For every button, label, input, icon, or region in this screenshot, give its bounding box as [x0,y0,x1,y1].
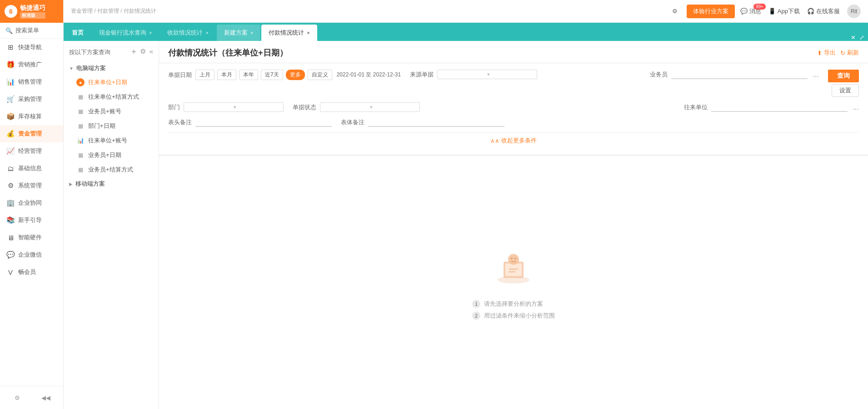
tab-bank-flow-label: 现金银行流水查询 [99,29,146,37]
expand-icon[interactable]: ⤢ [859,34,864,41]
date-btn-this-year[interactable]: 本年 [239,70,258,80]
right-content: 付款情况统计（往来单位+日期） ⬆ 导出 ↻ 刷新 单 [159,41,868,409]
svg-point-5 [514,258,516,259]
mobile-plan-title[interactable]: ▶ 移动端方案 [64,177,159,191]
header-note-input[interactable] [195,117,332,126]
gear-icon: ⚙ [672,8,678,15]
export-btn[interactable]: ⬆ 导出 [817,49,836,57]
sidebar-settings-btn[interactable]: ⚙ [5,391,30,404]
topbar-settings-btn[interactable]: ⚙ [668,5,681,18]
refresh-label: 刷新 [847,49,859,57]
date-btn-custom[interactable]: 自定义 [308,70,332,80]
logo-icon: 6 [5,5,17,18]
sidebar-item-label: 销售管理 [18,78,42,86]
svg-point-3 [508,254,519,265]
plan-label-partner-settle: 往来单位+结算方式 [88,93,139,101]
body-note-input[interactable] [368,117,504,126]
sidebar-item-wechat[interactable]: 💬 企业微信 [0,246,63,263]
date-options: 上月 本月 本年 近7天 更多 自定义 2022-01-01 至 2022-12… [195,70,401,80]
sidebar-item-quick-nav[interactable]: ⊞ 快捷导航 [0,39,63,56]
app-download-btn[interactable]: 📱 App下载 [768,7,800,15]
sidebar-item-purchase[interactable]: 🛒 采购管理 [0,91,63,108]
plan-item-employee-settle[interactable]: ▦ 业务员+结算方式 [64,162,159,177]
date-btn-this-month[interactable]: 本月 [217,70,236,80]
tab-new-plan[interactable]: 新建方案 × [217,25,260,41]
bill-status-group: 单据状态 ▾ [293,102,675,112]
date-btn-last7[interactable]: 近7天 [261,70,283,80]
tab-payment-stats-close[interactable]: × [307,30,309,35]
sidebar-item-basic[interactable]: 🗂 基础信息 [0,160,63,177]
header-note-input-wrapper [195,117,332,127]
sidebar-item-sales[interactable]: 📊 销售管理 [0,73,63,91]
plan-item-partner-settle[interactable]: ▦ 往来单位+结算方式 [64,90,159,104]
service-icon: 🎧 [807,8,814,15]
plan-item-partner-date[interactable]: ● 往来单位+日期 [64,75,159,90]
mobile-plan-group: ▶ 移动端方案 [64,177,159,191]
sidebar-item-operation[interactable]: 📈 经营管理 [0,142,63,160]
plan-label-partner-date: 往来单位+日期 [88,78,127,86]
employee-input[interactable] [671,70,808,79]
bill-status-select[interactable]: ▾ [320,102,420,112]
sidebar-item-member[interactable]: V 畅会员 [0,263,63,281]
filter-row-2: 部门 ▾ 单据状态 ▾ 往来单位 [168,102,859,112]
sidebar-item-guide[interactable]: 📚 新手引导 [0,212,63,229]
sidebar-item-marketing[interactable]: 🎁 营销推广 [0,56,63,73]
desktop-plan-title[interactable]: ▼ 电脑端方案 [64,61,159,75]
user-avatar[interactable]: Rit [847,5,861,18]
query-btn[interactable]: 查询 [828,70,859,82]
close-all-icon[interactable]: ✕ [851,34,856,41]
header-note-label: 表头备注 [168,118,192,126]
set-btn[interactable]: 设置 [832,84,859,97]
sidebar-item-inventory[interactable]: 📦 库存核算 [0,108,63,125]
sidebar-collapse-btn[interactable]: ◀◀ [34,391,59,404]
tab-bank-flow-close[interactable]: × [149,30,152,35]
tab-collection-close[interactable]: × [205,30,208,35]
sidebar-item-label: 智能硬件 [18,233,42,242]
plan-item-dept-date[interactable]: ▦ 部门+日期 [64,119,159,133]
tab-bank-flow[interactable]: 现金银行流水查询 × [92,25,159,41]
add-plan-btn[interactable]: + [131,47,136,57]
search-menu[interactable]: 🔍 搜索菜单 [0,23,63,39]
source-select[interactable]: ▾ [437,70,537,79]
tab-collection-label: 收款情况统计 [167,29,203,37]
tab-payment-stats[interactable]: 付款情况统计 × [261,25,317,41]
partner-input[interactable] [711,102,848,111]
sidebar-item-enterprise[interactable]: 🏢 企业协同 [0,194,63,212]
empty-svg [491,246,536,291]
collapse-up-icon: ∧∧ [490,137,499,144]
panel-collapse-btn[interactable]: « [150,47,153,57]
employee-dots[interactable]: ... [813,71,819,79]
plan-icon-partner-date: ● [76,78,85,86]
sidebar-item-system[interactable]: ⚙ 系统管理 [0,177,63,194]
sidebar-item-hardware[interactable]: 🖥 智能硬件 [0,229,63,246]
dept-select[interactable]: ▾ [184,102,284,112]
tab-collection[interactable]: 收款情况统计 × [160,25,215,41]
online-service-btn[interactable]: 🎧 在线客服 [807,7,840,15]
message-badge: 99+ [753,4,766,10]
sidebar-item-label: 畅会员 [18,268,36,276]
tab-home[interactable]: 首页 [65,25,91,41]
tab-new-plan-close[interactable]: × [250,30,253,35]
plan-icon-partner-settle: ▦ [76,93,85,101]
date-btn-last-month[interactable]: 上月 [195,70,215,80]
sidebar-item-label: 新手引导 [18,216,42,224]
plan-item-employee-account[interactable]: ▦ 业务员+账号 [64,104,159,119]
plan-item-partner-account[interactable]: 📊 往来单位+账号 [64,133,159,148]
tab-payment-stats-label: 付款情况统计 [269,29,304,37]
plan-item-employee-date[interactable]: ▦ 业务员+日期 [64,148,159,162]
date-btn-more[interactable]: 更多 [286,70,305,80]
plan-settings-btn[interactable]: ⚙ [140,47,146,57]
sidebar-item-finance[interactable]: 💰 资金管理 [0,125,63,142]
source-select-arrow: ▾ [487,71,533,77]
trial-btn[interactable]: 体验行业方案 [687,5,735,18]
message-btn[interactable]: 💬 消息 99+ [740,7,761,15]
tip-num-1: 1 [472,300,480,308]
bill-status-label: 单据状态 [293,103,316,111]
collapse-more-btn[interactable]: ∧∧ 收起更多条件 [487,133,540,148]
partner-dots[interactable]: ... [853,103,859,111]
page-header: 付款情况统计（往来单位+日期） ⬆ 导出 ↻ 刷新 [159,41,868,63]
plan-icon-dept-date: ▦ [76,122,85,130]
refresh-icon: ↻ [840,50,845,56]
sidebar-bottom: ⚙ ◀◀ [0,386,63,409]
refresh-btn[interactable]: ↻ 刷新 [840,49,859,57]
